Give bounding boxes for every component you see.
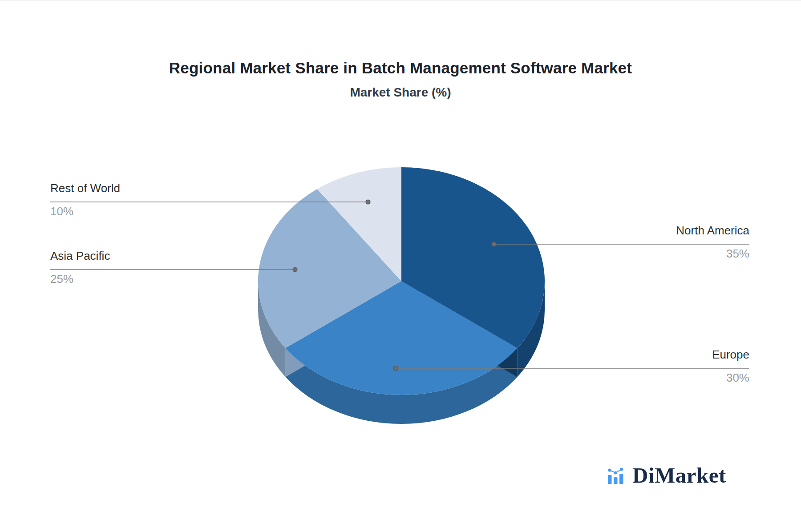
chart-page: Regional Market Share in Batch Managemen… bbox=[0, 0, 801, 532]
logo: DiMarket bbox=[607, 465, 726, 486]
callout-label-asia-pacific: Asia Pacific bbox=[50, 249, 110, 263]
logo-text: DiMarket bbox=[632, 465, 726, 486]
callout-dot-rest-of-world bbox=[366, 200, 370, 204]
pie-chart bbox=[0, 1, 801, 532]
callout-label-rest-of-world: Rest of World bbox=[50, 181, 120, 195]
callout-value-rest-of-world: 10% bbox=[50, 204, 73, 218]
callout-label-europe: Europe bbox=[712, 347, 749, 362]
callout-value-europe: 30% bbox=[726, 371, 749, 385]
bar-line-chart-icon bbox=[607, 467, 627, 486]
callout-label-north-america: North America bbox=[676, 223, 749, 238]
callout-value-asia-pacific: 25% bbox=[50, 272, 73, 286]
callout-dot-asia-pacific bbox=[293, 267, 297, 272]
callout-dot-europe bbox=[393, 366, 398, 371]
callout-value-north-america: 35% bbox=[726, 246, 749, 261]
callout-dot-north-america bbox=[492, 242, 496, 246]
